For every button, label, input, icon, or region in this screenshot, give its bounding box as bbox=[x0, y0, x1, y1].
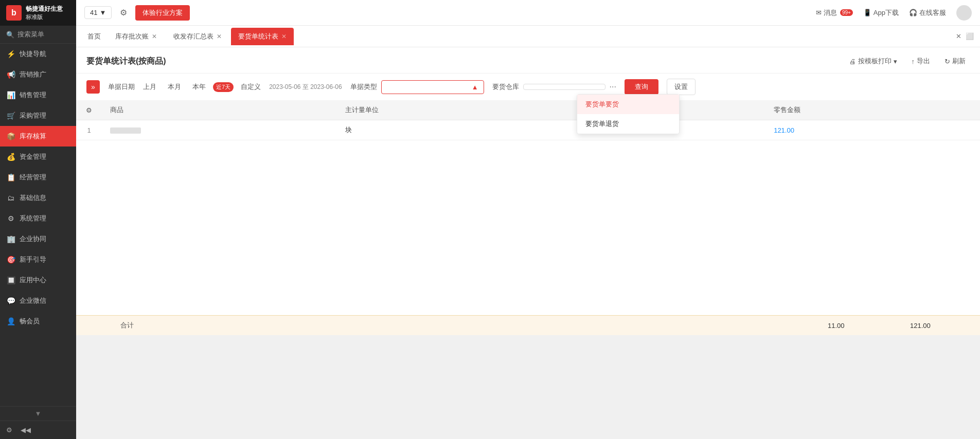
tab-home[interactable]: 首页 bbox=[82, 28, 106, 45]
enterprise-icon: 🏢 bbox=[6, 234, 15, 244]
sidebar-settings-icon[interactable]: ⚙ bbox=[6, 426, 12, 434]
base-icon: 🗂 bbox=[6, 193, 15, 203]
messages-button[interactable]: ✉ 消息 99+ bbox=[816, 8, 853, 17]
tab-close-order-stats[interactable]: ✕ bbox=[281, 33, 287, 40]
type-option-order[interactable]: 要货单要货 bbox=[577, 95, 679, 114]
app-download-button[interactable]: 📱 App下载 bbox=[863, 8, 899, 17]
sidebar-item-member[interactable]: 👤 畅会员 bbox=[0, 311, 76, 332]
col-settings[interactable]: ⚙ bbox=[76, 100, 102, 120]
row-no: 1 bbox=[76, 120, 102, 140]
page-header: 要货单统计表(按商品) 🖨 按模板打印 ▾ ↑ 导出 ↻ 刷新 bbox=[76, 47, 980, 73]
sidebar-item-inventory[interactable]: 📦 库存核算 bbox=[0, 126, 76, 147]
chevron-down-icon: ▾ bbox=[894, 58, 897, 65]
purchase-icon: 🛒 bbox=[6, 111, 15, 120]
page-content: 要货单统计表(按商品) 🖨 按模板打印 ▾ ↑ 导出 ↻ 刷新 bbox=[76, 47, 980, 439]
apps-icon: 🔲 bbox=[6, 276, 15, 285]
sidebar-item-sales[interactable]: 📊 销售管理 bbox=[0, 85, 76, 105]
sidebar-item-system[interactable]: ⚙ 系统管理 bbox=[0, 208, 76, 229]
date-tab-last7[interactable]: 近7天 bbox=[213, 82, 234, 92]
filter-more-button[interactable]: ··· bbox=[610, 82, 616, 92]
footer-total: 合计 bbox=[120, 321, 134, 330]
table-wrap: ⚙ 商品 主计量单位 主数量 零售金额 1 块 11.00 bbox=[76, 100, 980, 140]
page-actions: 🖨 按模板打印 ▾ ↑ 导出 ↻ 刷新 bbox=[845, 54, 970, 68]
online-service-button[interactable]: 🎧 在线客服 bbox=[909, 8, 946, 17]
page-title: 要货单统计表(按商品) bbox=[86, 56, 166, 67]
gear-button[interactable]: ⚙ bbox=[116, 5, 131, 21]
type-select[interactable]: ▲ bbox=[381, 80, 484, 94]
trial-button[interactable]: 体验行业方案 bbox=[135, 5, 190, 21]
filter-bar: » 单据日期 上月 本月 本年 近7天 自定义 2023-05-06 至 202… bbox=[76, 73, 980, 100]
footer-quantity-col: 11.00 bbox=[828, 322, 889, 330]
topbar-left: 41 ▼ ⚙ 体验行业方案 bbox=[84, 5, 810, 21]
date-tabs: 上月 本月 本年 近7天 自定义 bbox=[139, 81, 265, 93]
export-button[interactable]: ↑ 导出 bbox=[907, 54, 935, 68]
sidebar-item-guide[interactable]: 🎯 新手引导 bbox=[0, 249, 76, 270]
member-icon: 👤 bbox=[6, 317, 15, 326]
date-tab-custom[interactable]: 自定义 bbox=[237, 81, 265, 93]
wechat-icon: 💬 bbox=[6, 296, 15, 305]
app-logo: b 畅捷通好生意 标准版 bbox=[0, 0, 76, 26]
date-range-display: 2023-05-06 至 2023-06-06 bbox=[269, 83, 342, 92]
row-amount[interactable]: 121.00 bbox=[765, 120, 980, 140]
date-tab-up[interactable]: 上月 bbox=[139, 81, 161, 93]
chevron-down-icon: ▼ bbox=[99, 9, 106, 16]
product-placeholder bbox=[110, 127, 141, 134]
tab-close-all-icon[interactable]: ✕ bbox=[956, 32, 961, 40]
expand-filter-button[interactable]: » bbox=[86, 80, 100, 94]
date-tab-year[interactable]: 本年 bbox=[188, 81, 210, 93]
tab-maximize-icon[interactable]: ⬜ bbox=[966, 32, 974, 40]
marketing-icon: 📢 bbox=[6, 70, 15, 79]
settings-button[interactable]: 设置 bbox=[667, 79, 696, 95]
service-icon: 🎧 bbox=[909, 9, 917, 16]
type-filter-label: 单据类型 bbox=[350, 82, 377, 92]
printer-icon: 🖨 bbox=[849, 58, 856, 65]
sidebar-scroll-down[interactable]: ▼ bbox=[0, 406, 76, 420]
sidebar-item-finance[interactable]: 💰 资金管理 bbox=[0, 147, 76, 167]
print-button[interactable]: 🖨 按模板打印 ▾ bbox=[845, 54, 901, 68]
type-option-return[interactable]: 要货单退货 bbox=[577, 114, 679, 134]
logo-icon: b bbox=[6, 5, 22, 21]
account-selector[interactable]: 41 ▼ bbox=[84, 6, 112, 19]
finance-icon: 💰 bbox=[6, 152, 15, 161]
sidebar-item-base[interactable]: 🗂 基础信息 bbox=[0, 188, 76, 208]
logo-text: 畅捷通好生意 标准版 bbox=[26, 5, 63, 21]
tab-close-receive-summary[interactable]: ✕ bbox=[217, 33, 222, 40]
sidebar-collapse-btn[interactable]: ◀◀ bbox=[21, 426, 31, 434]
nav-list: ⚡ 快捷导航 📢 营销推广 📊 销售管理 🛒 采购管理 📦 库存核算 💰 资金管… bbox=[0, 44, 76, 406]
user-avatar[interactable] bbox=[956, 5, 972, 21]
system-icon: ⚙ bbox=[6, 214, 15, 223]
sidebar-item-quick-nav[interactable]: ⚡ 快捷导航 bbox=[0, 44, 76, 64]
sidebar-item-marketing[interactable]: 📢 营销推广 bbox=[0, 64, 76, 85]
inventory-icon: 📦 bbox=[6, 132, 15, 141]
warehouse-select[interactable] bbox=[523, 84, 605, 90]
main-area: 41 ▼ ⚙ 体验行业方案 ✉ 消息 99+ 📱 App下载 🎧 在线客服 bbox=[76, 0, 980, 439]
search-menu[interactable]: 🔍 搜索菜单 bbox=[0, 26, 76, 44]
sidebar-item-operations[interactable]: 📋 经营管理 bbox=[0, 167, 76, 188]
tab-actions: ✕ ⬜ bbox=[956, 32, 974, 40]
sidebar-item-purchase[interactable]: 🛒 采购管理 bbox=[0, 105, 76, 126]
tab-receive-summary[interactable]: 收发存汇总表 ✕ bbox=[166, 28, 229, 45]
tab-order-stats[interactable]: 要货单统计表 ✕ bbox=[231, 28, 294, 45]
sidebar-item-apps[interactable]: 🔲 应用中心 bbox=[0, 270, 76, 290]
tab-close-inventory-batch[interactable]: ✕ bbox=[152, 33, 157, 40]
warehouse-filter-group: 要货仓库 ··· bbox=[492, 82, 616, 92]
topbar: 41 ▼ ⚙ 体验行业方案 ✉ 消息 99+ 📱 App下载 🎧 在线客服 bbox=[76, 0, 980, 26]
sales-icon: 📊 bbox=[6, 90, 15, 100]
refresh-icon: ↻ bbox=[945, 58, 950, 65]
query-button[interactable]: 查询 bbox=[625, 79, 658, 95]
tab-inventory-batch[interactable]: 库存批次账 ✕ bbox=[108, 28, 164, 45]
date-tab-current[interactable]: 本月 bbox=[164, 81, 185, 93]
guide-icon: 🎯 bbox=[6, 255, 15, 264]
empty-area bbox=[76, 140, 980, 315]
type-filter-group: 单据类型 ▲ 要货单要货 要货单退货 bbox=[350, 80, 484, 94]
table-footer: 合计 11.00 121.00 bbox=[76, 315, 980, 335]
sidebar-item-enterprise[interactable]: 🏢 企业协同 bbox=[0, 229, 76, 249]
row-unit: 块 bbox=[337, 120, 584, 140]
date-filter-label: 单据日期 bbox=[108, 82, 135, 92]
sidebar-item-wechat[interactable]: 💬 企业微信 bbox=[0, 290, 76, 311]
table-header: ⚙ 商品 主计量单位 主数量 零售金额 bbox=[76, 100, 980, 120]
phone-icon: 📱 bbox=[863, 9, 871, 16]
operations-icon: 📋 bbox=[6, 173, 15, 182]
topbar-right: ✉ 消息 99+ 📱 App下载 🎧 在线客服 bbox=[816, 5, 972, 21]
refresh-button[interactable]: ↻ 刷新 bbox=[940, 54, 970, 68]
